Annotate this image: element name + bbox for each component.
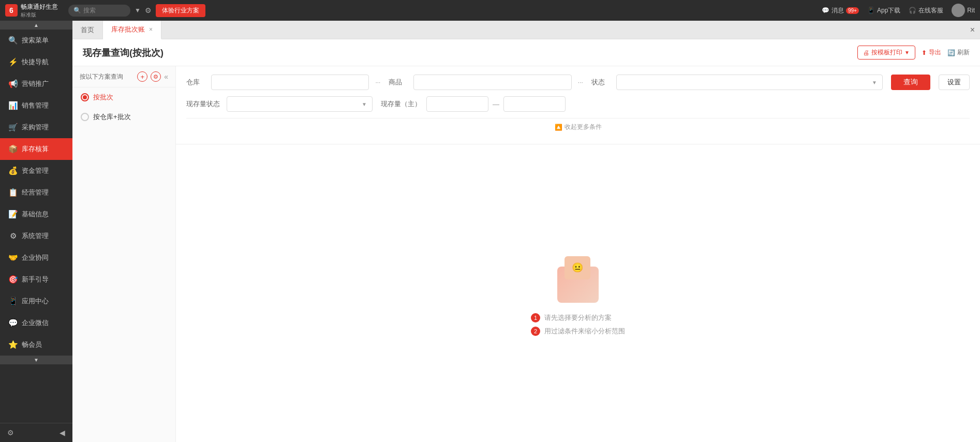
- app-version: 标准版: [21, 11, 58, 19]
- marketing-icon: 📢: [8, 79, 18, 89]
- sidebar: ▲ 🔍 搜索菜单 ⚡ 快捷导航 📢 营销推广 📊 销售管理 🛒 采购管理 📦 库…: [0, 21, 72, 442]
- sidebar-item-system[interactable]: ⚙ 系统管理: [0, 225, 72, 247]
- app-download-label: App下载: [877, 6, 900, 15]
- status-condition: 状态 ▼: [591, 75, 883, 90]
- sidebar-item-finance[interactable]: 💰 资金管理: [0, 160, 72, 182]
- filter-radio-by-warehouse-batch: [81, 113, 89, 121]
- collapse-conditions-button[interactable]: 🔼 收起更多条件: [186, 118, 970, 136]
- status-select[interactable]: ▼: [616, 75, 883, 90]
- tab-close-icon[interactable]: ×: [149, 26, 153, 33]
- sidebar-item-quick-nav[interactable]: ⚡ 快捷导航: [0, 51, 72, 73]
- product-input[interactable]: [413, 75, 571, 90]
- export-label: 导出: [929, 48, 941, 57]
- settings-button[interactable]: 设置: [939, 75, 970, 90]
- inventory-status-condition: 现存量状态 ▼: [186, 96, 373, 112]
- filter-item-by-warehouse-batch[interactable]: 按仓库+批次: [72, 107, 175, 127]
- filter-collapse-button[interactable]: «: [164, 72, 168, 81]
- sidebar-item-basic-label: 基础信息: [22, 210, 49, 219]
- inventory-qty-max-input[interactable]: [503, 96, 566, 112]
- product-more-icon[interactable]: ···: [578, 79, 583, 86]
- sidebar-scroll-down[interactable]: ▼: [0, 356, 72, 364]
- condition-row-1: 仓库 ··· 商品 ··· 状态: [186, 75, 970, 90]
- sidebar-item-marketing-label: 营销推广: [22, 79, 49, 89]
- filter-add-button[interactable]: +: [137, 71, 147, 82]
- warehouse-input[interactable]: [211, 75, 369, 90]
- header-center: 🔍 搜索 ▼ ⚙ 体验行业方案: [68, 4, 822, 17]
- sidebar-settings-button[interactable]: ⚙: [7, 429, 14, 437]
- query-button[interactable]: 查询: [891, 75, 930, 90]
- refresh-icon: 🔄: [947, 49, 955, 56]
- sidebar-item-inventory[interactable]: 📦 库存核算: [0, 138, 72, 160]
- sidebar-item-member-label: 畅会员: [22, 340, 42, 349]
- sidebar-collapse-button[interactable]: ◀: [60, 429, 65, 437]
- header-search[interactable]: 🔍 搜索: [68, 5, 130, 17]
- sidebar-item-basic[interactable]: 📝 基础信息: [0, 203, 72, 225]
- header-left: 6 畅康通好生意 标准版: [5, 3, 58, 19]
- export-button[interactable]: ⬆ 导出: [922, 48, 941, 57]
- printer-icon: 🖨: [863, 49, 869, 56]
- search-menu-icon: 🔍: [8, 36, 18, 45]
- enterprise-icon: 🤝: [8, 253, 18, 262]
- finance-icon: 💰: [8, 166, 18, 175]
- warehouse-more-icon[interactable]: ···: [375, 79, 380, 86]
- empty-text: 1 请先选择要分析的方案 2 用过滤条件来缩小分析范围: [531, 313, 625, 336]
- sidebar-item-system-label: 系统管理: [22, 231, 49, 241]
- filter-by-batch-label: 按批次: [93, 93, 113, 102]
- empty-hint-2: 2 用过滤条件来缩小分析范围: [531, 327, 625, 336]
- page-body: 按以下方案查询 + ⚙ « 按批次 按仓库+批次: [72, 66, 980, 442]
- sidebar-item-enterprise-label: 企业协同: [22, 253, 49, 262]
- sidebar-item-inventory-label: 库存核算: [22, 144, 49, 154]
- search-conditions: 仓库 ··· 商品 ··· 状态: [176, 66, 980, 144]
- online-service-action[interactable]: 🎧 在线客服: [909, 6, 943, 15]
- app-download-action[interactable]: 📱 App下载: [867, 6, 900, 15]
- inventory-qty-min-input[interactable]: [426, 96, 488, 112]
- product-condition: 商品 ···: [389, 75, 583, 90]
- sidebar-item-search[interactable]: 🔍 搜索菜单: [0, 30, 72, 51]
- sidebar-item-purchase[interactable]: 🛒 采购管理: [0, 116, 72, 138]
- sidebar-item-newbie[interactable]: 🎯 新手引导: [0, 269, 72, 290]
- refresh-button[interactable]: 🔄 刷新: [947, 48, 970, 57]
- inventory-status-select[interactable]: ▼: [227, 96, 373, 112]
- sidebar-item-enterprise[interactable]: 🤝 企业协同: [0, 247, 72, 269]
- user-area[interactable]: Rit: [952, 4, 975, 17]
- sales-icon: 📊: [8, 101, 18, 110]
- avatar: [952, 4, 965, 17]
- system-icon: ⚙: [8, 231, 18, 241]
- tab-bar-close-button[interactable]: ×: [965, 25, 980, 35]
- top-header: 6 畅康通好生意 标准版 🔍 搜索 ▼ ⚙ 体验行业方案 💬 消息 99+ 📱 …: [0, 0, 980, 21]
- inventory-status-dropdown-icon: ▼: [362, 101, 367, 107]
- page-header: 现存量查询(按批次) 🖨 按模板打印 ▼ ⬆ 导出 🔄 刷新: [72, 39, 980, 66]
- warehouse-label: 仓库: [186, 78, 207, 87]
- logo-area: 6 畅康通好生意 标准版: [5, 3, 58, 19]
- sidebar-item-member[interactable]: ⭐ 畅会员: [0, 334, 72, 356]
- dropdown-button[interactable]: ▼: [135, 7, 141, 14]
- sidebar-item-enterprise-wechat[interactable]: 💬 企业微信: [0, 312, 72, 334]
- warehouse-condition: 仓库 ···: [186, 75, 380, 90]
- product-label: 商品: [389, 78, 409, 87]
- filter-icons: + ⚙ «: [137, 71, 168, 82]
- sidebar-scroll-up[interactable]: ▲: [0, 21, 72, 30]
- messages-action[interactable]: 💬 消息 99+: [822, 6, 859, 15]
- sidebar-item-app-center[interactable]: 📱 应用中心: [0, 290, 72, 312]
- sidebar-item-business-label: 经营管理: [22, 188, 49, 197]
- phone-icon: 📱: [867, 7, 875, 14]
- filter-item-by-batch[interactable]: 按批次: [72, 87, 175, 107]
- tab-home[interactable]: 首页: [72, 21, 103, 39]
- gear-icon-button[interactable]: ⚙: [145, 6, 152, 14]
- sidebar-item-marketing[interactable]: 📢 营销推广: [0, 73, 72, 95]
- empty-face-shape: 😐: [565, 256, 590, 279]
- sidebar-item-business[interactable]: 📋 经营管理: [0, 182, 72, 203]
- tab-inventory-batch[interactable]: 库存批次账 ×: [103, 21, 161, 39]
- filter-header: 按以下方案查询 + ⚙ «: [72, 66, 175, 87]
- page-actions: 🖨 按模板打印 ▼ ⬆ 导出 🔄 刷新: [857, 46, 970, 60]
- trial-button[interactable]: 体验行业方案: [156, 4, 205, 17]
- tab-bar: 首页 库存批次账 × ×: [72, 21, 980, 39]
- app-name: 畅康通好生意: [21, 3, 58, 11]
- print-button[interactable]: 🖨 按模板打印 ▼: [857, 46, 915, 60]
- collapse-conditions-label: 收起更多条件: [565, 123, 602, 131]
- sidebar-item-sales[interactable]: 📊 销售管理: [0, 95, 72, 116]
- filter-radio-by-batch: [81, 93, 89, 101]
- user-name: Rit: [967, 7, 975, 14]
- filter-config-button[interactable]: ⚙: [151, 71, 161, 82]
- status-dropdown-icon: ▼: [872, 80, 877, 85]
